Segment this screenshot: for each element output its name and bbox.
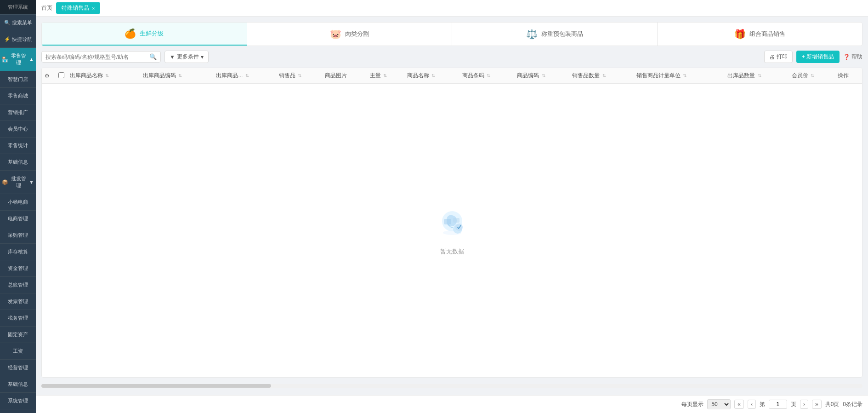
sidebar-item-basicinfo[interactable]: 基础信息: [0, 154, 36, 171]
active-tab-label: 特殊销售品: [62, 4, 89, 12]
sidebar-item-ledger[interactable]: 总账管理: [0, 277, 36, 293]
sort-arrows-sale-qty[interactable]: ⇅: [602, 73, 606, 78]
sidebar-item-members[interactable]: 会员中心: [0, 121, 36, 138]
sidebar-item-salary[interactable]: 工资: [0, 343, 36, 360]
help-icon: ❓: [843, 54, 850, 60]
sort-arrows-sale-product[interactable]: ⇅: [298, 73, 301, 78]
sidebar-item-search[interactable]: 🔍 搜索菜单: [0, 15, 36, 31]
svg-rect-4: [453, 218, 460, 223]
sidebar-item-retail[interactable]: 🏪 零售管理 ▲: [0, 48, 36, 71]
col-checkbox[interactable]: [56, 68, 67, 84]
sidebar-item-label: 零售管理: [10, 52, 28, 66]
per-page-label: 每页显示: [681, 401, 703, 408]
sidebar-item-enterprise[interactable]: 企业协同: [0, 409, 36, 413]
col-out-code: 出库商品编码 ⇅: [140, 68, 213, 84]
sidebar-item-label: 采购管理: [8, 232, 28, 239]
sort-arrows-out-name[interactable]: ⇅: [105, 73, 109, 78]
sidebar-item-label: 零售统计: [8, 142, 28, 149]
first-page-button[interactable]: «: [734, 400, 744, 409]
active-tab[interactable]: 特殊销售品 ×: [56, 2, 100, 14]
sidebar-item-ecommerce-mgmt[interactable]: 电商管理: [0, 211, 36, 227]
add-product-button[interactable]: + 新增销售品: [796, 51, 840, 63]
horizontal-scrollbar[interactable]: [41, 384, 862, 388]
toolbar-right: 🖨 打印 + 新增销售品 ❓ 帮助: [764, 51, 862, 63]
per-page-select[interactable]: 20 50 100: [707, 399, 731, 409]
cat-tab-meat-label: 肉类分割: [345, 30, 369, 38]
sidebar-item-fixedassets[interactable]: 固定资产: [0, 327, 36, 343]
sidebar-item-smartstore[interactable]: 智慧门店: [0, 71, 36, 88]
col-product-barcode-label: 商品条码: [462, 72, 484, 79]
search-menu-icon: 🔍: [4, 20, 11, 26]
print-button[interactable]: 🖨 打印: [764, 51, 793, 63]
sidebar-item-label: 基础信息: [8, 159, 28, 166]
sidebar-item-label: 发票管理: [8, 298, 28, 305]
retail-arrow-icon: ▲: [29, 57, 34, 62]
sort-arrows-sale-unit[interactable]: ⇅: [683, 73, 686, 78]
col-product-code: 商品编码 ⇅: [514, 68, 569, 84]
scrollbar-thumb[interactable]: [41, 384, 271, 388]
sort-arrows-product-name[interactable]: ⇅: [431, 73, 435, 78]
weighed-icon: ⚖️: [526, 29, 538, 40]
sort-arrows-member-price[interactable]: ⇅: [811, 73, 814, 78]
sidebar-item-finance[interactable]: 资金管理: [0, 260, 36, 277]
col-action: 操作: [835, 68, 862, 84]
sort-arrows-weight[interactable]: ⇅: [383, 73, 387, 78]
cat-tab-weighed[interactable]: ⚖️ 称重预包装商品: [452, 23, 658, 46]
add-label: + 新增销售品: [802, 53, 834, 61]
page-number-input[interactable]: [769, 400, 787, 409]
empty-text: 暂无数据: [440, 247, 464, 256]
combo-icon: 🎁: [734, 29, 746, 40]
sidebar-item-label: 电商管理: [8, 215, 28, 222]
sidebar: 管理系统 🔍 搜索菜单 ⚡ 快捷导航 🏪 零售管理 ▲ 智慧门店 零售商城 营销…: [0, 0, 36, 413]
sidebar-item-basicinfo2[interactable]: 基础信息: [0, 376, 36, 393]
sort-arrows-barcode[interactable]: ⇅: [487, 73, 490, 78]
sidebar-item-quicknav[interactable]: ⚡ 快捷导航: [0, 31, 36, 48]
col-gear[interactable]: ⚙: [42, 68, 56, 84]
sort-arrows-out-code[interactable]: ⇅: [178, 73, 182, 78]
search-input[interactable]: [45, 54, 147, 60]
sidebar-item-retailmall[interactable]: 零售商城: [0, 88, 36, 104]
sidebar-item-wholesale[interactable]: 📦 批发管理 ▼: [0, 171, 36, 194]
cat-tab-meat[interactable]: 🐷 肉类分割: [247, 23, 453, 46]
sort-arrows-out-qty[interactable]: ⇅: [758, 73, 761, 78]
sidebar-item-inventory[interactable]: 库存核算: [0, 244, 36, 260]
sidebar-item-tax[interactable]: 税务管理: [0, 310, 36, 327]
sidebar-item-label: 工资: [13, 348, 23, 355]
sidebar-item-sysadmin[interactable]: 系统管理: [0, 393, 36, 409]
wholesale-arrow-icon: ▼: [29, 179, 34, 185]
filter-button[interactable]: ▼ 更多条件 ▾: [165, 51, 209, 63]
next-page-button[interactable]: ›: [800, 400, 808, 409]
meat-icon: 🐷: [330, 29, 341, 40]
home-breadcrumb[interactable]: 首页: [41, 4, 52, 12]
sidebar-item-purchase[interactable]: 采购管理: [0, 227, 36, 244]
prev-page-button[interactable]: ‹: [748, 400, 756, 409]
col-out-spec: 出库商品... ⇅: [213, 68, 276, 84]
tab-close-icon[interactable]: ×: [92, 6, 95, 11]
cat-tab-combo[interactable]: 🎁 组合商品销售: [658, 23, 862, 46]
sort-arrows-out-spec[interactable]: ⇅: [245, 73, 249, 78]
print-label: 打印: [777, 53, 788, 61]
col-product-img: 商品图片: [322, 68, 367, 84]
sidebar-item-ecommerce-small[interactable]: 小畅电商: [0, 194, 36, 211]
main-content: 首页 特殊销售品 × 🍊 生鲜分级 🐷 肉类分割 ⚖️ 称重预包装商品 🎁 组合…: [36, 0, 868, 413]
col-sale-product: 销售品 ⇅: [276, 68, 322, 84]
search-icon[interactable]: 🔍: [149, 53, 157, 60]
last-page-button[interactable]: »: [812, 400, 822, 409]
fresh-icon: 🍊: [125, 28, 136, 39]
cat-tab-fresh[interactable]: 🍊 生鲜分级: [42, 23, 247, 46]
search-box[interactable]: 🔍: [41, 51, 161, 63]
sidebar-item-invoice[interactable]: 发票管理: [0, 293, 36, 310]
sidebar-item-label: 库存核算: [8, 248, 28, 255]
help-button[interactable]: ❓ 帮助: [843, 53, 862, 61]
retail-icon: 🏪: [2, 57, 8, 63]
cat-tab-weighed-label: 称重预包装商品: [541, 30, 583, 38]
sidebar-item-operations[interactable]: 经营管理: [0, 360, 36, 376]
sidebar-item-marketing[interactable]: 营销推广: [0, 104, 36, 121]
sort-arrows-product-code[interactable]: ⇅: [542, 73, 545, 78]
select-all-checkbox[interactable]: [58, 72, 64, 78]
wholesale-icon: 📦: [2, 179, 8, 185]
toolbar-left: 🔍 ▼ 更多条件 ▾: [41, 51, 209, 63]
data-table: ⚙ 出库商品名称 ⇅ 出库商品编码 ⇅: [42, 68, 862, 84]
col-out-qty: 出库品数量 ⇅: [725, 68, 789, 84]
sidebar-item-retailstats[interactable]: 零售统计: [0, 138, 36, 154]
